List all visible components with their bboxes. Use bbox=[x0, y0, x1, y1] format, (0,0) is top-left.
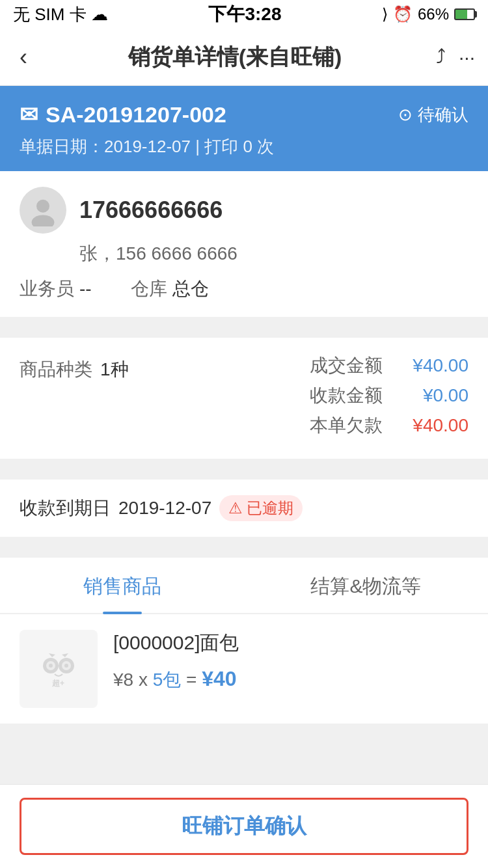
deal-amount-label: 成交金额 bbox=[310, 353, 383, 378]
payment-amount-value: ¥0.00 bbox=[390, 385, 468, 406]
due-date-label: 收款到期日 bbox=[20, 496, 111, 521]
order-id-text: SA-20191207-002 bbox=[46, 102, 226, 128]
warehouse-value: 总仓 bbox=[172, 277, 209, 301]
order-status: ⊙ 待确认 bbox=[398, 103, 468, 126]
nav-actions: ⤴ ··· bbox=[436, 46, 475, 68]
customer-phone-display: 17666666666 bbox=[79, 197, 223, 224]
warehouse-item: 仓库 总仓 bbox=[131, 277, 209, 301]
order-id: ✉ SA-20191207-002 bbox=[20, 102, 226, 128]
status-right: ⟩ ⏰ 66% bbox=[382, 5, 475, 23]
product-equals: = bbox=[181, 670, 202, 690]
owed-amount-value: ¥40.00 bbox=[390, 415, 468, 436]
product-types-label: 商品种类 bbox=[20, 357, 92, 382]
order-icon: ✉ bbox=[20, 102, 38, 128]
tab-settlement-label: 结算&物流等 bbox=[310, 575, 421, 597]
product-price-row: ¥8 x 5包 = ¥40 bbox=[113, 667, 468, 692]
status-left: 无 SIM 卡 ☁ bbox=[13, 3, 108, 26]
tab-settlement[interactable]: 结算&物流等 bbox=[244, 558, 488, 613]
payment-amount-line: 收款金额 ¥0.00 bbox=[310, 383, 468, 408]
overdue-badge: ⚠ 已逾期 bbox=[219, 495, 303, 521]
page-title: 销货单详情(来自旺铺) bbox=[34, 42, 436, 72]
sales-rep-label: 业务员 bbox=[20, 277, 74, 301]
product-types: 商品种类 1种 bbox=[20, 353, 129, 382]
due-date-value: 2019-12-07 bbox=[118, 498, 211, 519]
deal-amount-value: ¥40.00 bbox=[390, 355, 468, 376]
product-total: ¥40 bbox=[202, 667, 236, 690]
status-time: 下午3:28 bbox=[208, 2, 281, 27]
tabs: 销售商品 结算&物流等 bbox=[0, 558, 488, 614]
overdue-text: 已逾期 bbox=[247, 498, 293, 519]
more-icon[interactable]: ··· bbox=[459, 46, 475, 68]
amounts-right: 成交金额 ¥40.00 收款金额 ¥0.00 本单欠款 ¥40.00 bbox=[310, 353, 468, 443]
status-clock-icon: ⊙ bbox=[398, 105, 413, 125]
battery-text: 66% bbox=[418, 5, 449, 23]
avatar bbox=[20, 187, 66, 234]
divider-3 bbox=[0, 547, 488, 558]
status-text: 待确认 bbox=[418, 103, 468, 126]
product-price: ¥8 x bbox=[113, 670, 153, 690]
svg-point-7 bbox=[64, 664, 68, 668]
customer-card: 17666666666 张，156 6666 6666 业务员 -- 仓库 总仓 bbox=[0, 171, 488, 317]
svg-point-6 bbox=[49, 664, 53, 668]
back-button[interactable]: ‹ bbox=[13, 37, 34, 77]
sales-rep-item: 业务员 -- bbox=[20, 277, 92, 301]
share-icon[interactable]: ⤴ bbox=[436, 46, 446, 68]
sim-status: 无 SIM 卡 ☁ bbox=[13, 3, 108, 26]
product-item: 超+ [0000002]面包 ¥8 x 5包 = ¥40 bbox=[20, 630, 468, 708]
amounts-section: 商品种类 1种 成交金额 ¥40.00 收款金额 ¥0.00 本单欠款 ¥40.… bbox=[0, 338, 488, 459]
customer-meta: 业务员 -- 仓库 总仓 bbox=[20, 277, 468, 301]
divider-2 bbox=[0, 469, 488, 480]
owed-amount-label: 本单欠款 bbox=[310, 413, 383, 438]
warehouse-label: 仓库 bbox=[131, 277, 167, 301]
sales-rep-value: -- bbox=[79, 278, 92, 299]
due-date-section: 收款到期日 2019-12-07 ⚠ 已逾期 bbox=[0, 480, 488, 537]
product-info: [0000002]面包 ¥8 x 5包 = ¥40 bbox=[113, 630, 468, 692]
svg-text:超+: 超+ bbox=[51, 679, 64, 688]
nav-bar: ‹ 销货单详情(来自旺铺) ⤴ ··· bbox=[0, 29, 488, 86]
product-list: 超+ [0000002]面包 ¥8 x 5包 = ¥40 bbox=[0, 614, 488, 724]
payment-amount-label: 收款金额 bbox=[310, 383, 383, 408]
amounts-row: 商品种类 1种 成交金额 ¥40.00 收款金额 ¥0.00 本单欠款 ¥40.… bbox=[20, 353, 468, 443]
overdue-warning-icon: ⚠ bbox=[228, 499, 243, 517]
location-icon: ⟩ bbox=[382, 5, 388, 23]
tabs-container: 销售商品 结算&物流等 bbox=[0, 558, 488, 614]
tab-sales-label: 销售商品 bbox=[83, 575, 161, 597]
customer-top: 17666666666 bbox=[20, 187, 468, 234]
customer-name-phone: 张，156 6666 6666 bbox=[20, 241, 468, 266]
product-qty: 5包 bbox=[153, 670, 182, 690]
bottom-bar: 旺铺订单确认 bbox=[0, 784, 488, 868]
svg-point-1 bbox=[32, 215, 55, 227]
confirm-button-label: 旺铺订单确认 bbox=[182, 812, 306, 841]
order-meta: 单据日期：2019-12-07 | 打印 0 次 bbox=[20, 135, 468, 158]
status-bar: 无 SIM 卡 ☁ 下午3:28 ⟩ ⏰ 66% bbox=[0, 0, 488, 29]
confirm-order-button[interactable]: 旺铺订单确认 bbox=[20, 798, 468, 855]
product-name: [0000002]面包 bbox=[113, 630, 468, 657]
deal-amount-line: 成交金额 ¥40.00 bbox=[310, 353, 468, 378]
divider-1 bbox=[0, 327, 488, 338]
alarm-icon: ⏰ bbox=[393, 5, 413, 23]
owed-amount-line: 本单欠款 ¥40.00 bbox=[310, 413, 468, 438]
tab-sales-products[interactable]: 销售商品 bbox=[0, 558, 244, 613]
product-types-value: 1种 bbox=[100, 357, 129, 382]
battery-icon bbox=[454, 8, 475, 20]
svg-point-0 bbox=[36, 200, 49, 213]
order-header: ✉ SA-20191207-002 ⊙ 待确认 单据日期：2019-12-07 … bbox=[0, 86, 488, 171]
product-thumbnail: 超+ bbox=[20, 630, 98, 708]
